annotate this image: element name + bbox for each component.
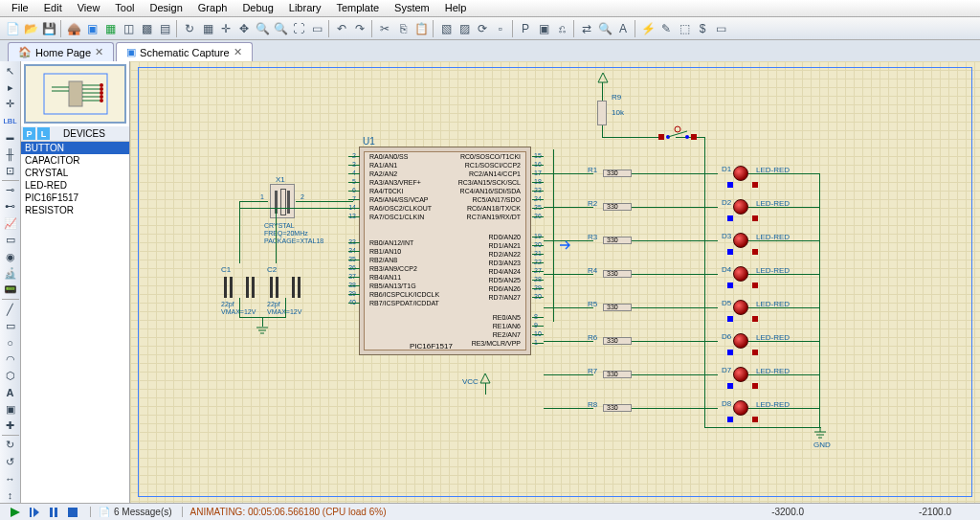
property-icon[interactable]: A xyxy=(614,20,632,37)
block-delete-icon[interactable]: ▫ xyxy=(492,20,509,37)
wirelabel-icon[interactable]: LBL xyxy=(2,113,19,128)
pan-icon[interactable]: ✥ xyxy=(235,20,253,37)
netlist-icon[interactable]: ✎ xyxy=(657,20,675,37)
new-icon[interactable]: 📄 xyxy=(4,20,21,37)
pick-icon[interactable]: P xyxy=(517,20,534,37)
copy-icon[interactable]: ⎘ xyxy=(394,20,412,37)
circle2d-icon[interactable]: ○ xyxy=(2,335,19,350)
zoomarea-icon[interactable]: ▭ xyxy=(308,20,325,37)
messages-indicator[interactable]: 📄 6 Message(s) xyxy=(90,507,172,517)
schematic-canvas[interactable]: R9 10k U1 2 RA0/AN0/SS 3 RA1/AN1 4 RA2/A… xyxy=(130,61,980,503)
menu-view[interactable]: View xyxy=(70,0,108,16)
led[interactable] xyxy=(733,266,748,282)
tab-home[interactable]: 🏠 Home Page ✕ xyxy=(8,42,114,61)
devicepin-icon[interactable]: ⊷ xyxy=(2,199,19,215)
step-icon[interactable] xyxy=(29,507,40,518)
led[interactable] xyxy=(733,300,748,315)
paste-icon[interactable]: 📋 xyxy=(412,20,430,37)
symbol-icon[interactable]: ▣ xyxy=(2,401,19,417)
component-icon[interactable]: ▸ xyxy=(2,79,19,95)
marker-icon[interactable]: ✚ xyxy=(2,418,19,433)
select-icon[interactable]: ↖ xyxy=(2,63,19,79)
line2d-icon[interactable]: ╱ xyxy=(2,302,19,317)
origin-icon[interactable]: ✛ xyxy=(217,20,234,37)
tape-icon[interactable]: ▭ xyxy=(2,233,19,248)
box2d-icon[interactable]: ▭ xyxy=(2,318,19,333)
cut-icon[interactable]: ✂ xyxy=(376,20,393,37)
rot-cw-icon[interactable]: ↻ xyxy=(2,438,19,453)
menu-debug[interactable]: Debug xyxy=(234,0,280,16)
close-icon[interactable]: ✕ xyxy=(234,46,242,58)
text2d-icon[interactable]: A xyxy=(2,385,19,400)
resistor-r9[interactable] xyxy=(597,101,607,125)
menu-design[interactable]: Design xyxy=(143,0,190,16)
decompose-icon[interactable]: ⎌ xyxy=(553,20,570,37)
menu-help[interactable]: Help xyxy=(437,0,475,16)
generator-icon[interactable]: ◉ xyxy=(2,249,19,264)
pause-icon[interactable] xyxy=(48,507,59,518)
led[interactable] xyxy=(733,367,748,382)
menu-system[interactable]: System xyxy=(387,0,437,16)
library-icon[interactable]: L xyxy=(37,127,50,140)
arc2d-icon[interactable]: ◠ xyxy=(2,351,19,367)
undo-icon[interactable]: ↶ xyxy=(333,20,350,37)
rot-ccw-icon[interactable]: ↺ xyxy=(2,454,19,469)
tab-schematic[interactable]: ▣ Schematic Capture ✕ xyxy=(116,42,253,61)
mirror-v-icon[interactable]: ↕ xyxy=(2,487,19,503)
block-move-icon[interactable]: ▨ xyxy=(456,20,473,37)
list-item[interactable]: RESISTOR xyxy=(21,204,129,216)
search-icon[interactable]: 🔍 xyxy=(596,20,613,37)
block-rotate-icon[interactable]: ⟳ xyxy=(474,20,491,37)
menu-edit[interactable]: Edit xyxy=(36,0,70,16)
path2d-icon[interactable]: ⬡ xyxy=(2,368,19,383)
erc-icon[interactable]: ⚡ xyxy=(639,20,657,37)
menu-template[interactable]: Template xyxy=(328,0,387,16)
package-icon[interactable]: ▣ xyxy=(535,20,552,37)
grid-icon[interactable]: ▦ xyxy=(199,20,216,37)
block-copy-icon[interactable]: ▧ xyxy=(437,20,455,37)
capacitor-c1[interactable] xyxy=(224,277,255,298)
pcb-icon[interactable]: ▦ xyxy=(101,20,119,37)
list-item[interactable]: LED-RED xyxy=(21,179,129,192)
list-item[interactable]: CRYSTAL xyxy=(21,167,129,179)
list-item[interactable]: BUTTON xyxy=(21,142,129,154)
gerber-icon[interactable]: ▩ xyxy=(138,20,155,37)
zoomin-icon[interactable]: 🔍 xyxy=(254,20,271,37)
open-icon[interactable]: 📂 xyxy=(22,20,39,37)
pick-parts-icon[interactable]: P xyxy=(23,127,35,140)
mcu-chip[interactable]: 2 RA0/AN0/SS 3 RA1/AN1 4 RA2/AN2 5 RA3/A… xyxy=(359,147,531,355)
menu-file[interactable]: File xyxy=(4,0,36,16)
3d-icon[interactable]: ◫ xyxy=(120,20,137,37)
bus-icon[interactable]: ╫ xyxy=(2,147,19,162)
terminal-icon[interactable]: ⊸ xyxy=(2,182,19,197)
menu-graph[interactable]: Graph xyxy=(190,0,235,16)
mirror-h-icon[interactable]: ↔ xyxy=(2,470,19,486)
home-icon[interactable]: 🛖 xyxy=(65,20,82,37)
led[interactable] xyxy=(733,199,748,215)
capacitor-c2[interactable] xyxy=(270,277,301,298)
bom-gen-icon[interactable]: $ xyxy=(694,20,711,37)
probe-icon[interactable]: 🔬 xyxy=(2,265,19,281)
button-component[interactable] xyxy=(658,124,697,151)
save-icon[interactable]: 💾 xyxy=(40,20,57,37)
menu-library[interactable]: Library xyxy=(281,0,329,16)
led[interactable] xyxy=(733,166,748,181)
list-item[interactable]: PIC16F1517 xyxy=(21,192,129,204)
schematic-icon[interactable]: ▣ xyxy=(83,20,100,37)
zoomfit-icon[interactable]: ⛶ xyxy=(290,20,307,37)
text-icon[interactable]: ▬ xyxy=(2,129,19,145)
bom-icon[interactable]: ▤ xyxy=(156,20,173,37)
instrument-icon[interactable]: 📟 xyxy=(2,283,19,298)
redo-icon[interactable]: ↷ xyxy=(351,20,368,37)
devices-list[interactable]: BUTTON CAPACITOR CRYSTAL LED-RED PIC16F1… xyxy=(21,142,129,503)
arena-icon[interactable]: ⬚ xyxy=(676,20,693,37)
wire-autoroute-icon[interactable]: ⇄ xyxy=(578,20,595,37)
close-icon[interactable]: ✕ xyxy=(95,46,103,58)
led[interactable] xyxy=(733,333,748,349)
notes-icon[interactable]: ▭ xyxy=(712,20,729,37)
list-item[interactable]: CAPACITOR xyxy=(21,154,129,167)
zoomout-icon[interactable]: 🔍 xyxy=(272,20,289,37)
led[interactable] xyxy=(733,400,748,416)
junction-icon[interactable]: ✛ xyxy=(2,97,19,112)
graph-icon[interactable]: 📈 xyxy=(2,215,19,231)
